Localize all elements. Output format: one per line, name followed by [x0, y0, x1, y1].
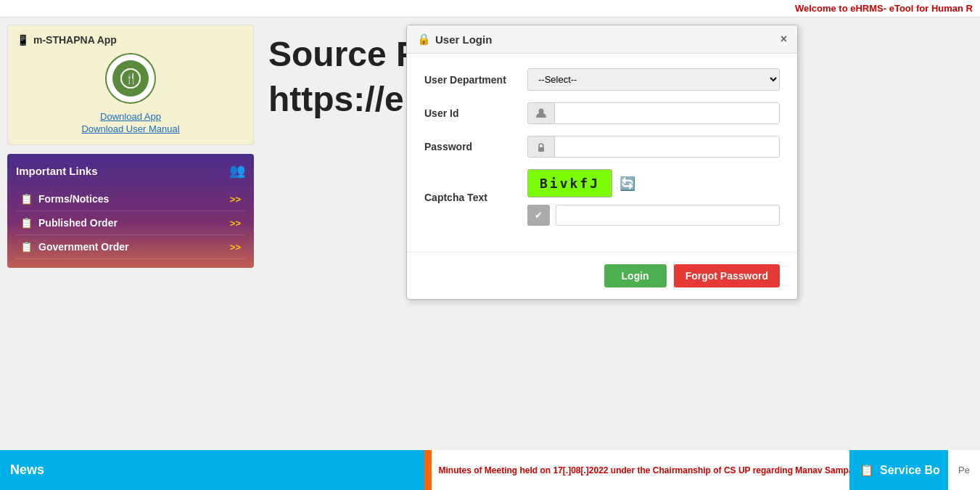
- captcha-control: BivkfJ 🔄 ✔: [527, 169, 780, 226]
- password-label: Password: [424, 141, 519, 152]
- sidebar-item-govt-order[interactable]: 📋 Government Order >>: [16, 235, 245, 259]
- captcha-image: BivkfJ: [527, 169, 612, 197]
- important-links-header: Important Links 👥: [16, 163, 245, 179]
- userid-label: User Id: [424, 107, 519, 119]
- password-input[interactable]: [555, 136, 779, 157]
- password-row: Password: [424, 136, 780, 158]
- app-links: Download App Download User Manual: [17, 111, 244, 134]
- userid-control: [527, 102, 780, 124]
- published-label-group: 📋 Published Order: [20, 217, 118, 229]
- govt-doc-icon: 📋: [20, 241, 33, 253]
- captcha-display-row: BivkfJ 🔄: [527, 169, 780, 197]
- captcha-verify-input[interactable]: [556, 205, 780, 226]
- login-button[interactable]: Login: [604, 264, 667, 287]
- app-logo-inner: 🍴: [112, 60, 149, 97]
- modal-title-text: User Login: [435, 33, 492, 46]
- published-arrow: >>: [230, 218, 241, 229]
- svg-rect-4: [538, 147, 544, 152]
- userid-input[interactable]: [555, 103, 779, 123]
- captcha-row: Captcha Text BivkfJ 🔄 ✔: [424, 169, 780, 226]
- modal-footer: Login Forgot Password: [407, 252, 797, 299]
- modal-title: 🔒 User Login: [417, 33, 492, 46]
- forms-label: Forms/Notices: [38, 193, 109, 205]
- userid-row: User Id: [424, 102, 780, 124]
- download-manual-link[interactable]: Download User Manual: [17, 123, 244, 134]
- forgot-password-button[interactable]: Forgot Password: [674, 264, 780, 287]
- sidebar-item-published-order[interactable]: 📋 Published Order >>: [16, 211, 245, 235]
- forms-label-group: 📋 Forms/Notices: [20, 193, 109, 205]
- left-sidebar: 📱 m-STHAPNA App 🍴 Download App Download …: [7, 25, 254, 402]
- welcome-text: Welcome to eHRMS- eTool for Human R: [795, 3, 973, 14]
- important-links-title: Important Links: [16, 165, 98, 177]
- department-control: --Select--: [527, 68, 780, 91]
- sidebar-item-forms[interactable]: 📋 Forms/Notices >>: [16, 187, 245, 211]
- published-doc-icon: 📋: [20, 217, 33, 229]
- svg-text:🍴: 🍴: [125, 73, 138, 85]
- captcha-label: Captcha Text: [424, 192, 519, 203]
- department-select[interactable]: --Select--: [527, 68, 780, 91]
- modal-header: 🔒 User Login ×: [407, 25, 797, 54]
- modal-close-button[interactable]: ×: [781, 33, 787, 46]
- captcha-refresh-button[interactable]: 🔄: [619, 176, 635, 192]
- userid-input-group: [527, 102, 780, 124]
- app-title: 📱 m-STHAPNA App: [17, 34, 244, 46]
- check-icon: ✔: [527, 205, 550, 226]
- app-logo-circle: 🍴: [105, 53, 156, 104]
- published-label: Published Order: [38, 217, 118, 229]
- login-modal: 🔒 User Login × User Department --Select-…: [406, 25, 798, 300]
- govt-arrow: >>: [230, 242, 241, 253]
- password-input-group: [527, 136, 780, 158]
- forms-arrow: >>: [230, 194, 241, 205]
- center-area: Source From: https://ehrms.upsdc.gov.in/…: [261, 25, 973, 402]
- lock-icon: 🔒: [417, 33, 431, 46]
- app-card: 📱 m-STHAPNA App 🍴 Download App Download …: [7, 25, 254, 145]
- department-label: User Department: [424, 74, 519, 86]
- modal-body: User Department --Select-- User Id: [407, 54, 797, 252]
- department-row: User Department --Select--: [424, 68, 780, 91]
- forms-doc-icon: 📋: [20, 193, 33, 205]
- user-icon: [528, 103, 555, 123]
- captcha-input-row: ✔: [527, 205, 780, 226]
- download-app-link[interactable]: Download App: [17, 111, 244, 122]
- password-icon: [528, 136, 555, 157]
- phone-icon: 📱: [17, 34, 29, 46]
- app-title-text: m-STHAPNA App: [33, 34, 117, 46]
- govt-label-group: 📋 Government Order: [20, 241, 128, 253]
- welcome-header: Welcome to eHRMS- eTool for Human R: [0, 0, 980, 17]
- main-container: 📱 m-STHAPNA App 🍴 Download App Download …: [0, 17, 980, 409]
- password-control: [527, 136, 780, 158]
- govt-label: Government Order: [38, 241, 128, 253]
- important-links-panel: Important Links 👥 📋 Forms/Notices >> 📋 P…: [7, 154, 254, 268]
- links-group-icon: 👥: [229, 163, 245, 179]
